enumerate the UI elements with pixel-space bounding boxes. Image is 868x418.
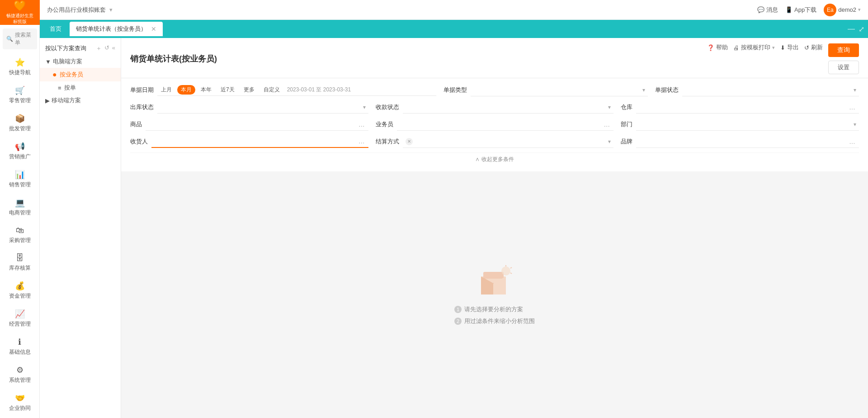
inventory-label: 库存核算 <box>9 264 31 272</box>
svg-line-8 <box>510 273 512 274</box>
refresh-label: 刷新 <box>811 43 823 52</box>
brand-dots: … <box>849 138 856 145</box>
search-label: 搜索菜单 <box>15 31 33 47</box>
sidebar-item-quick-nav[interactable]: ⭐ 快捷导航 <box>0 53 39 81</box>
wholesale-icon: 📦 <box>15 114 25 124</box>
user-item[interactable]: Ea demo2 ▾ <box>824 4 861 16</box>
svg-point-5 <box>501 266 510 276</box>
tab-home[interactable]: 首页 <box>43 22 68 36</box>
goods-control[interactable]: … <box>146 118 368 131</box>
query-button[interactable]: 查询 <box>828 43 859 57</box>
warehouse-control[interactable]: … <box>636 101 859 114</box>
user-chevron: ▾ <box>858 7 861 13</box>
app-download-item[interactable]: 📱 App下载 <box>785 6 816 14</box>
add-scheme-icon[interactable]: ＋ <box>96 44 102 52</box>
settlement-label: 结算方式 <box>376 138 399 146</box>
tree-expand-icon: ▼ <box>45 58 51 65</box>
panel-header: 按以下方案查询 ＋ ↺ « <box>40 42 121 55</box>
ecommerce-icon: 💻 <box>15 198 25 208</box>
doc-type-control[interactable]: ▾ <box>471 84 647 96</box>
search-menu-item[interactable]: 🔍 搜索菜单 <box>3 28 37 49</box>
help-action[interactable]: ❓ 帮助 <box>707 43 728 52</box>
sidebar-item-sales[interactable]: 📊 销售管理 <box>0 165 39 193</box>
sidebar-item-wholesale[interactable]: 📦 批发管理 <box>0 109 39 137</box>
tree-group-desktop-header[interactable]: ▼ 电脑端方案 <box>40 55 121 68</box>
tab-close-icon[interactable]: ✕ <box>151 25 156 33</box>
search-icon: 🔍 <box>6 36 13 42</box>
tab-home-label: 首页 <box>50 25 61 33</box>
collection-status-control[interactable]: ▾ <box>403 101 614 114</box>
date-btn-current-month[interactable]: 本月 <box>177 85 195 95</box>
print-action[interactable]: 🖨 按模板打印 ▾ <box>733 43 775 52</box>
tree-group-mobile-label: 移动端方案 <box>52 96 81 104</box>
tree-collapse-icon: ▶ <box>45 97 50 104</box>
tree-group-mobile-header[interactable]: ▶ 移动端方案 <box>40 94 121 107</box>
sales-icon: 📊 <box>15 170 25 180</box>
sidebar-item-inventory[interactable]: 🗄 库存核算 <box>0 249 39 276</box>
sidebar-item-basic[interactable]: ℹ 基础信息 <box>0 332 39 361</box>
date-btn-custom[interactable]: 自定义 <box>260 85 283 95</box>
salesperson-control[interactable]: … <box>397 118 614 131</box>
settings-button[interactable]: 设置 <box>828 61 859 74</box>
svg-rect-1 <box>483 272 504 279</box>
sidebar-item-system[interactable]: ⚙ 系统管理 <box>0 361 39 389</box>
sidebar-logo: 🧡 畅捷通好生意 标慌版 <box>0 0 40 25</box>
date-btn-7days[interactable]: 近7天 <box>217 85 238 95</box>
doc-status-control[interactable]: ▾ <box>682 84 859 96</box>
date-btn-current-year[interactable]: 本年 <box>197 85 215 95</box>
settlement-control[interactable]: ✕ ▾ <box>403 135 614 148</box>
date-btn-more[interactable]: 更多 <box>240 85 258 95</box>
brand-control[interactable]: … <box>636 135 859 148</box>
collection-status-label: 收款状态 <box>376 103 399 111</box>
operation-icon: 📈 <box>15 309 25 319</box>
doc-status-label: 单据状态 <box>655 86 679 94</box>
right-panel: 销货单统计表(按业务员) ❓ 帮助 🖨 按模板打印 ▾ ⬇ <box>121 38 868 418</box>
out-status-label: 出库状态 <box>130 103 154 111</box>
collapse-bar[interactable]: ∧ 收起更多条件 <box>130 152 859 166</box>
doc-type-arrow: ▾ <box>642 87 645 93</box>
finance-label: 资金管理 <box>9 292 31 300</box>
settlement-clear[interactable]: ✕ <box>406 138 413 145</box>
warehouse-dots: … <box>849 104 856 111</box>
page-actions: ❓ 帮助 🖨 按模板打印 ▾ ⬇ 导出 ↺ <box>707 43 823 52</box>
dept-control[interactable]: ▾ <box>636 118 859 131</box>
download-icon: 📱 <box>785 6 793 13</box>
date-btn-last-month[interactable]: 上月 <box>157 85 175 95</box>
sidebar-item-marketing[interactable]: 📢 营销推广 <box>0 137 39 165</box>
tree-item-by-salesperson[interactable]: ● 按业务员 <box>40 68 121 81</box>
avatar: Ea <box>824 4 836 16</box>
brand-label: 品牌 <box>621 138 632 146</box>
refresh-scheme-icon[interactable]: ↺ <box>104 44 109 52</box>
receiver-control[interactable]: … <box>151 135 368 148</box>
main-area: 办公用品行业模拟账套 ▾ 💬 消息 📱 App下载 Ea demo2 ▾ 首页 … <box>40 0 868 418</box>
sidebar-item-ecommerce[interactable]: 💻 电商管理 <box>0 193 39 221</box>
export-action[interactable]: ⬇ 导出 <box>780 43 799 52</box>
refresh-action[interactable]: ↺ 刷新 <box>804 43 823 52</box>
empty-illustration <box>472 263 517 299</box>
maximize-icon[interactable]: ⤢ <box>859 25 864 33</box>
print-icon: 🖨 <box>733 44 739 51</box>
app-selector-chevron[interactable]: ▾ <box>109 6 113 13</box>
sidebar-item-finance[interactable]: 💰 资金管理 <box>0 276 39 304</box>
sidebar-item-purchase[interactable]: 🛍 采购管理 <box>0 221 39 249</box>
print-chevron: ▾ <box>772 45 775 51</box>
tree-item-by-order[interactable]: ≡ 按单 <box>40 81 121 94</box>
filter-row-3: 商品 … 业务员 … 部门 <box>130 118 859 131</box>
sidebar-item-retail[interactable]: 🛒 零售管理 <box>0 81 39 109</box>
tip-text-1: 请先选择要分析的方案 <box>464 304 523 315</box>
collapse-panel-icon[interactable]: « <box>112 44 115 52</box>
tip-item-1: 1 请先选择要分析的方案 <box>454 304 535 315</box>
receiver-label: 收货人 <box>130 138 148 146</box>
logo-text: 畅捷通好生意 <box>6 13 33 19</box>
sidebar-item-operation[interactable]: 📈 经营管理 <box>0 304 39 332</box>
filter-doc-type: 单据类型 ▾ <box>443 84 647 96</box>
window-controls: — ⤢ <box>848 25 864 33</box>
out-status-control[interactable]: ▾ <box>157 101 368 114</box>
minimize-icon[interactable]: — <box>848 25 855 33</box>
corp-label: 企业协同 <box>9 404 31 412</box>
tab-sales-stat[interactable]: 销货单统计表（按业务员） ✕ <box>70 22 163 36</box>
empty-state: 1 请先选择要分析的方案 2 用过滤条件来缩小分析范围 <box>454 263 535 327</box>
message-item[interactable]: 💬 消息 <box>757 6 778 14</box>
panel-tree: ▼ 电脑端方案 ● 按业务员 ≡ 按单 ▶ 移动端方案 <box>40 55 121 107</box>
sidebar-item-corp[interactable]: 🤝 企业协同 <box>0 389 39 417</box>
